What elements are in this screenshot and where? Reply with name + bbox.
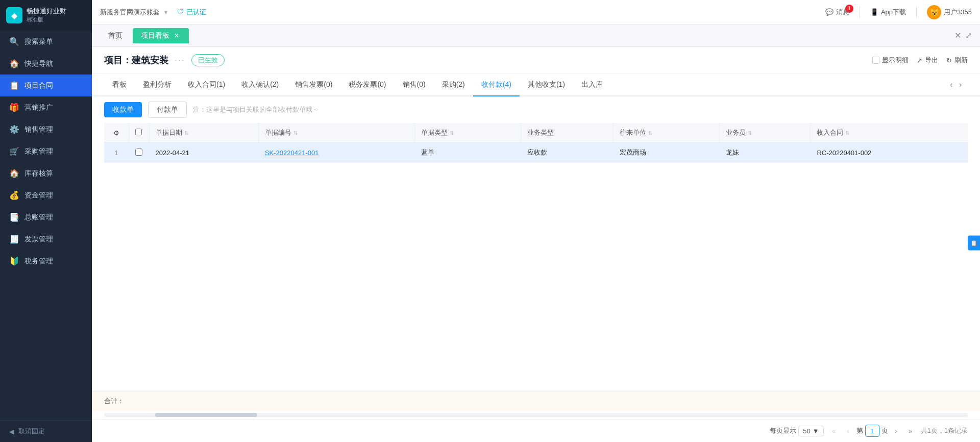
workspace-selector[interactable]: 新服务官网演示账套 ▼: [100, 8, 169, 17]
partner-column-header[interactable]: 往来单位 ⇅: [613, 123, 720, 143]
row-checkbox[interactable]: [135, 149, 142, 156]
prev-page-button[interactable]: ‹: [842, 425, 854, 437]
row-checkbox-cell[interactable]: [129, 143, 149, 163]
date-column-header[interactable]: 单据日期 ⇅: [149, 123, 258, 143]
workspace-chevron-icon: ▼: [163, 9, 169, 16]
sub-nav-purchase[interactable]: 采购(2): [434, 74, 473, 96]
message-button[interactable]: 💬 消息 1: [825, 8, 849, 17]
sub-nav-tax-invoice[interactable]: 税务发票(0): [340, 74, 394, 96]
first-page-button[interactable]: «: [828, 425, 840, 437]
income-contract-column-header[interactable]: 收入合同 ⇅: [811, 123, 968, 143]
number-header-label: 单据编号: [265, 128, 291, 137]
project-more-button[interactable]: ···: [175, 55, 185, 66]
scroll-thumb[interactable]: [155, 413, 257, 417]
app-name: 畅捷通好业财: [27, 7, 66, 16]
sub-nav-income-confirm[interactable]: 收入确认(2): [233, 74, 287, 96]
checkbox-icon[interactable]: [872, 57, 879, 64]
sidebar-item-fund[interactable]: 💰 资金管理: [0, 184, 92, 206]
main-area: 新服务官网演示账套 ▼ 🛡 已认证 💬 消息 1 📱 App下载 😺 用户335…: [92, 0, 980, 442]
sub-nav-sales[interactable]: 销售(0): [395, 74, 434, 96]
sidebar-header: ◆ 畅捷通好业财 标准版: [0, 0, 92, 31]
biz-type-column-header: 业务类型: [521, 123, 613, 143]
tab-project-board[interactable]: 项目看板 ✕: [133, 28, 189, 43]
last-page-button[interactable]: »: [904, 425, 917, 437]
total-row: 合计：: [92, 391, 980, 411]
settings-icon[interactable]: ⚙: [113, 129, 119, 137]
sidebar-item-marketing[interactable]: 🎁 营销推广: [0, 96, 92, 118]
sub-nav-prev-arrow[interactable]: ‹: [948, 80, 954, 89]
settings-column-header[interactable]: ⚙: [104, 123, 129, 143]
user-menu[interactable]: 😺 用户3355: [927, 5, 972, 19]
section-toolbar: 收款单 付款单 注：这里是与项目关联的全部收付款单哦～: [92, 96, 980, 123]
total-label: 合计：: [104, 397, 124, 406]
income-contract-header-label: 收入合同: [817, 128, 843, 137]
payment-tab-button[interactable]: 付款单: [148, 102, 187, 118]
row-type: 蓝单: [414, 143, 521, 163]
certified-label: 已认证: [186, 8, 206, 17]
type-column-header[interactable]: 单据类型 ⇅: [414, 123, 521, 143]
salesperson-column-header[interactable]: 业务员 ⇅: [720, 123, 811, 143]
side-panel-button[interactable]: 📋: [968, 236, 980, 251]
tab-close-icon[interactable]: ✕: [173, 32, 181, 40]
tab-home[interactable]: 首页: [100, 28, 131, 43]
horizontal-scrollbar[interactable]: [104, 413, 968, 417]
project-actions: 显示明细 ↗ 导出 ↻ 刷新: [872, 56, 968, 65]
export-label: 导出: [925, 56, 938, 65]
biz-type-header-label: 业务类型: [527, 129, 554, 136]
sort-icon: ⇅: [748, 130, 752, 136]
next-page-button[interactable]: ›: [890, 425, 902, 437]
close-window-button[interactable]: ✕: [954, 31, 961, 40]
project-label-prefix: 项目：: [104, 55, 132, 65]
sidebar-item-invoice[interactable]: 🧾 发票管理: [0, 228, 92, 250]
per-page-value: 50: [803, 427, 810, 435]
page-info: 共1页，1条记录: [921, 426, 968, 435]
divider: [860, 6, 860, 18]
sidebar-item-label: 总账管理: [24, 213, 53, 222]
gift-icon: 🎁: [9, 103, 19, 112]
sub-nav-next-arrow[interactable]: ›: [957, 80, 964, 89]
receipt-tab-button[interactable]: 收款单: [104, 102, 142, 117]
unpin-icon: ◀: [9, 428, 14, 435]
window-controls: ✕ ⤢: [954, 31, 972, 40]
sales-icon: ⚙️: [9, 125, 19, 134]
content-area: 项目：建筑安装 ··· 已生效 显示明细 ↗ 导出 ↻ 刷新: [92, 47, 980, 442]
row-partner: 宏茂商场: [613, 143, 720, 163]
toolbar-note: 注：这里是与项目关联的全部收付款单哦～: [193, 105, 319, 114]
sidebar-item-label: 项目合同: [24, 81, 53, 90]
current-page[interactable]: 1: [865, 425, 879, 437]
date-header-label: 单据日期: [156, 128, 182, 137]
select-all-checkbox[interactable]: [135, 129, 142, 135]
sub-nav-sales-invoice[interactable]: 销售发票(0): [287, 74, 340, 96]
table-wrapper: ⚙ 单据日期 ⇅ 单据编号: [92, 123, 980, 391]
sidebar-item-label: 销售管理: [24, 125, 53, 134]
maximize-window-button[interactable]: ⤢: [965, 31, 972, 40]
sidebar-item-ledger[interactable]: 📑 总账管理: [0, 206, 92, 228]
show-detail-checkbox[interactable]: 显示明细: [872, 56, 909, 65]
sub-nav-income-contract[interactable]: 收入合同(1): [180, 74, 233, 96]
per-page-select[interactable]: 50 ▼: [798, 426, 823, 436]
app-download-button[interactable]: 📱 App下载: [870, 8, 906, 17]
sort-icon: ⇅: [184, 130, 188, 136]
table-row[interactable]: 1 2022-04-21 SK-20220421-001 蓝单 应收款 宏茂商场…: [104, 143, 968, 163]
divider: [916, 6, 917, 18]
sidebar-item-tax[interactable]: 🔰 税务管理: [0, 250, 92, 272]
sidebar-item-inventory[interactable]: 🏠 库存核算: [0, 162, 92, 184]
home-icon: 🏠: [9, 59, 19, 68]
number-column-header[interactable]: 单据编号 ⇅: [258, 123, 414, 143]
sidebar-item-search[interactable]: 🔍 搜索菜单: [0, 31, 92, 53]
sidebar-item-purchase[interactable]: 🛒 采购管理: [0, 140, 92, 162]
sub-nav-profit[interactable]: 盈利分析: [135, 74, 180, 96]
sub-nav-kanban[interactable]: 看板: [104, 74, 135, 96]
sidebar-item-quick-nav[interactable]: 🏠 快捷导航: [0, 53, 92, 75]
export-button[interactable]: ↗ 导出: [917, 56, 938, 65]
unpin-button[interactable]: ◀ 取消固定: [0, 420, 92, 442]
document-number-link[interactable]: SK-20220421-001: [265, 149, 319, 157]
tabbar: 首页 项目看板 ✕ ✕ ⤢: [92, 24, 980, 47]
sub-nav-inout[interactable]: 出入库: [573, 74, 611, 96]
refresh-button[interactable]: ↻ 刷新: [946, 56, 968, 65]
sidebar-item-sales[interactable]: ⚙️ 销售管理: [0, 118, 92, 140]
sub-nav-other-income[interactable]: 其他收支(1): [520, 74, 573, 96]
row-number[interactable]: SK-20220421-001: [258, 143, 414, 163]
sub-nav-receipt[interactable]: 收付款(4): [473, 74, 520, 96]
sidebar-item-project-contract[interactable]: 📋 项目合同: [0, 75, 92, 96]
